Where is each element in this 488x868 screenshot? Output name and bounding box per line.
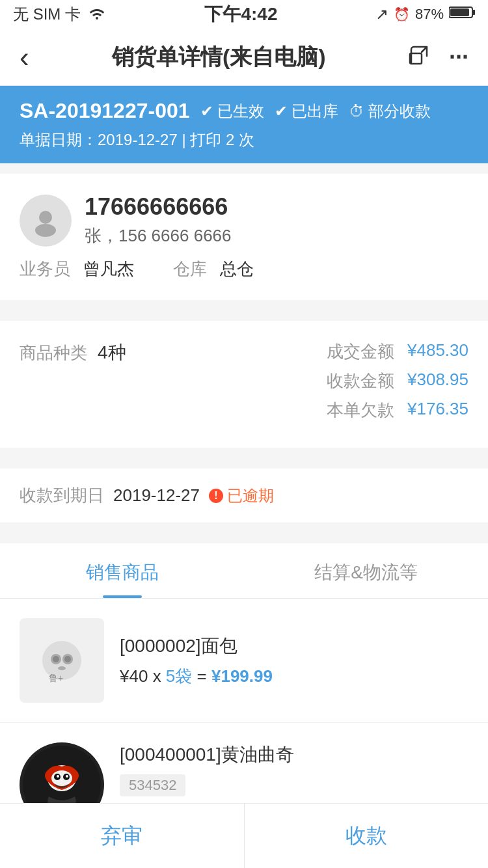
- product-1-name: [0000002]面包: [120, 634, 468, 658]
- cancel-review-label: 弃审: [101, 822, 142, 850]
- bottom-bar: 弃审 收款: [0, 803, 488, 868]
- svg-point-10: [64, 656, 71, 662]
- collect-payment-label: 收款: [346, 822, 387, 850]
- svg-point-18: [57, 775, 59, 778]
- svg-point-9: [53, 656, 59, 662]
- wifi-icon: [87, 5, 107, 23]
- sales-label: 业务员: [20, 258, 70, 280]
- tabs-section: 销售商品 结算&物流等: [0, 543, 488, 599]
- tab-sales-products[interactable]: 销售商品: [0, 543, 244, 598]
- cancel-review-button[interactable]: 弃审: [0, 804, 244, 868]
- summary-section: 商品种类 4种 成交金额 ¥485.30 收款金额 ¥308.95 本单欠款 ¥…: [0, 321, 488, 448]
- product-1-unit-price: ¥40: [120, 666, 148, 686]
- svg-rect-2: [450, 8, 469, 16]
- tab-settlement[interactable]: 结算&物流等: [244, 543, 488, 598]
- order-meta: 单据日期：2019-12-27 | 打印 2 次: [20, 129, 468, 150]
- svg-point-19: [66, 775, 68, 778]
- owed-value: ¥176.35: [407, 399, 468, 422]
- due-date-value: 2019-12-27: [113, 485, 200, 506]
- status-badge-partial: ⏱ 部分收款: [349, 101, 431, 122]
- clock-icon: ⏱: [349, 102, 364, 120]
- battery-icon: [449, 6, 475, 23]
- customer-info: 业务员 曾凡杰 仓库 总仓: [20, 258, 468, 280]
- check-icon-2: ✔: [275, 102, 288, 120]
- overdue-badge: ! 已逾期: [209, 485, 274, 506]
- order-date: 单据日期：2019-12-27: [20, 131, 178, 148]
- product-1-price: ¥40 x 5袋 = ¥199.99: [120, 665, 468, 688]
- section-divider-1: [0, 300, 488, 310]
- customer-section: 17666666666 张，156 6666 6666 业务员 曾凡杰 仓库 总…: [0, 174, 488, 300]
- customer-phone: 17666666666: [85, 193, 232, 221]
- location-icon: ↗: [375, 5, 388, 23]
- product-1-qty: 5袋: [166, 666, 192, 686]
- overdue-dot-icon: !: [209, 489, 223, 503]
- svg-text:鲁+: 鲁+: [49, 673, 63, 683]
- owed-label: 本单欠款: [327, 399, 394, 422]
- due-section: 收款到期日 2019-12-27 ! 已逾期: [0, 468, 488, 522]
- customer-name: 张，156 6666 6666: [85, 224, 232, 247]
- amount-label: 成交金额: [327, 340, 394, 363]
- alarm-icon: ⏰: [394, 7, 410, 22]
- product-type-value: 4种: [98, 340, 126, 365]
- battery-text: 87%: [415, 6, 444, 23]
- order-print: 打印 2 次: [190, 131, 254, 148]
- product-1-image: 鲁+: [20, 618, 104, 703]
- check-icon-1: ✔: [200, 102, 213, 120]
- nav-bar: ‹ 销货单详情(来自电脑) ···: [0, 29, 488, 86]
- tab-settlement-label: 结算&物流等: [314, 562, 418, 582]
- share-icon[interactable]: [409, 44, 429, 70]
- section-divider-3: [0, 522, 488, 533]
- order-id: SA-20191227-001: [20, 99, 190, 123]
- svg-point-11: [58, 666, 66, 670]
- product-item: 鲁+ [0000002]面包 ¥40 x 5袋 = ¥199.99: [0, 599, 488, 723]
- overdue-text: 已逾期: [227, 485, 274, 506]
- status-bar: 无 SIM 卡 下午4:42 ↗ ⏰ 87%: [0, 0, 488, 29]
- amount-value: ¥485.30: [407, 340, 468, 363]
- warehouse-value: 总仓: [220, 258, 254, 280]
- tab-sales-products-label: 销售商品: [86, 562, 159, 582]
- more-icon[interactable]: ···: [449, 44, 468, 71]
- product-2-name: [000400001]黄油曲奇: [120, 742, 468, 767]
- product-2-tag: 534532: [120, 774, 185, 796]
- page-title: 销货单详情(来自电脑): [112, 42, 326, 72]
- sales-value: 曾凡杰: [83, 258, 134, 280]
- product-type-label: 商品种类: [20, 342, 87, 364]
- product-1-total: ¥199.99: [211, 666, 273, 686]
- customer-avatar: [20, 195, 72, 247]
- order-header: SA-20191227-001 ✔ 已生效 ✔ 已出库 ⏱ 部分收款 单据日期：…: [0, 86, 488, 163]
- received-label: 收款金额: [327, 370, 394, 392]
- carrier-text: 无 SIM 卡: [13, 4, 81, 25]
- warehouse-label: 仓库: [173, 258, 207, 280]
- received-value: ¥308.95: [407, 370, 468, 392]
- due-date-label: 收款到期日: [20, 484, 104, 507]
- collect-payment-button[interactable]: 收款: [244, 804, 489, 868]
- product-1-info: [0000002]面包 ¥40 x 5袋 = ¥199.99: [120, 634, 468, 688]
- order-separator: |: [182, 131, 190, 148]
- svg-point-5: [35, 224, 56, 237]
- status-badge-shipped: ✔ 已出库: [275, 101, 338, 122]
- svg-point-4: [39, 211, 52, 224]
- svg-rect-1: [472, 10, 475, 15]
- back-button[interactable]: ‹: [20, 41, 29, 74]
- status-badge-active: ✔ 已生效: [200, 101, 264, 122]
- status-time: 下午4:42: [204, 2, 277, 27]
- section-divider-2: [0, 448, 488, 458]
